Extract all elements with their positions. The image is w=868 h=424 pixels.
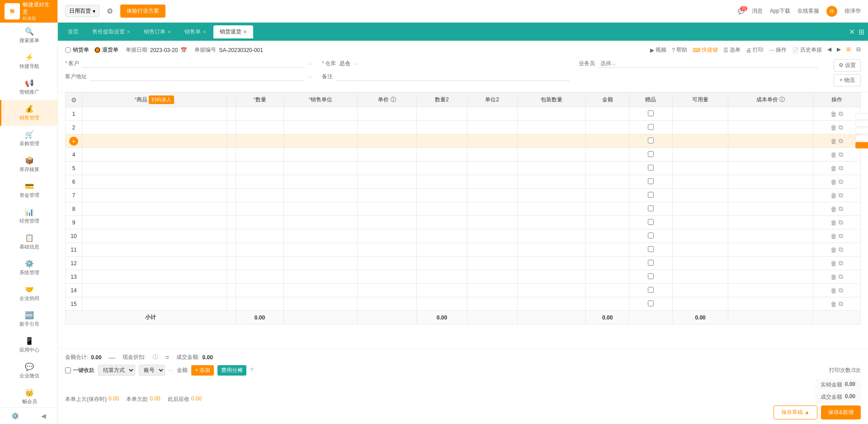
goods-cell[interactable] [82, 148, 227, 162]
goods-cell[interactable] [82, 284, 227, 297]
qty2-cell[interactable] [417, 175, 467, 189]
tab-close-all-icon[interactable]: ✕ [849, 28, 855, 36]
app-download-link[interactable]: App下载 [770, 7, 790, 15]
message-badge-wrap[interactable]: 💬 70 [738, 8, 745, 14]
copy-row-btn[interactable]: ⧉ [839, 273, 843, 281]
amount-cell[interactable] [586, 297, 629, 311]
pack-qty-cell[interactable] [517, 216, 586, 229]
available-cell[interactable] [672, 148, 728, 162]
unit2-cell[interactable] [467, 202, 517, 216]
sidebar-item-apps[interactable]: 📱 应用中心 [0, 332, 57, 358]
delete-row-btn[interactable]: 🗑 [830, 259, 837, 267]
copy-row-btn[interactable]: ⧉ [839, 110, 843, 118]
add-fee-btn[interactable]: + 添加 [191, 365, 214, 376]
sidebar-item-operation[interactable]: 📊 经营管理 [0, 203, 57, 229]
sidebar-item-quick[interactable]: ⚡ 快捷导航 [0, 48, 57, 74]
delete-row-btn[interactable]: 🗑 [830, 151, 837, 158]
price-cell[interactable] [357, 162, 416, 175]
sidebar-item-finance[interactable]: 💳 资金管理 [0, 177, 57, 203]
pack-qty-cell[interactable] [517, 107, 586, 121]
gift-cell[interactable] [629, 270, 673, 284]
qty-cell[interactable] [236, 229, 284, 243]
sidebar-item-marketing[interactable]: 📢 营销推广 [0, 74, 57, 100]
history-action[interactable]: 📄 历史单据 [792, 46, 822, 54]
cost-price-cell[interactable] [728, 175, 813, 189]
sidebar-item-system[interactable]: ⚙️ 系统管理 [0, 255, 57, 281]
copy-row-btn[interactable]: ⧉ [839, 205, 843, 213]
gift-cell[interactable] [629, 297, 673, 311]
logistics-btn[interactable]: + 物流 [834, 74, 861, 86]
type-return-option[interactable]: 退货单 [94, 46, 118, 54]
tab-sales-bill[interactable]: 销售单 ✕ [178, 25, 212, 38]
qty-cell[interactable] [236, 257, 284, 270]
price-cell[interactable] [357, 243, 416, 257]
sidebar-item-enterprise[interactable]: 🤝 企业协同 [0, 281, 57, 306]
gift-cell[interactable] [629, 284, 673, 297]
gift-checkbox[interactable] [648, 138, 654, 143]
available-cell[interactable] [672, 270, 728, 284]
nav-select[interactable]: 日用百货 ▾ [65, 5, 99, 17]
sidebar-settings-icon[interactable]: ⚙️ [11, 412, 19, 419]
grid-view-icon[interactable]: ⊟ [856, 46, 861, 54]
unit-cell[interactable] [284, 284, 358, 297]
qty2-cell[interactable] [417, 189, 467, 202]
available-cell[interactable] [672, 243, 728, 257]
note-input[interactable] [336, 72, 570, 81]
price-cell[interactable] [357, 107, 416, 121]
qty2-cell[interactable] [417, 229, 467, 243]
unit2-cell[interactable] [467, 243, 517, 257]
available-cell[interactable] [672, 189, 728, 202]
unit2-cell[interactable] [467, 216, 517, 229]
available-cell[interactable] [672, 162, 728, 175]
unit2-cell[interactable] [467, 134, 517, 148]
gift-cell[interactable] [629, 121, 673, 134]
sidebar-item-inventory[interactable]: 📦 库存核算 [0, 152, 57, 177]
available-cell[interactable] [672, 284, 728, 297]
unit-cell[interactable] [284, 243, 358, 257]
amount-cell[interactable] [586, 107, 629, 121]
price-cell[interactable] [357, 257, 416, 270]
goods-cell[interactable] [82, 162, 227, 175]
customer-dots[interactable]: ··· [308, 61, 313, 67]
gift-cell[interactable] [629, 257, 673, 270]
list-view-icon[interactable]: ⊞ [846, 46, 851, 54]
copy-row-btn[interactable]: ⧉ [839, 259, 843, 267]
tab-sales-order[interactable]: 销售订单 ✕ [137, 25, 177, 38]
amount-cell[interactable] [586, 284, 629, 297]
video-action[interactable]: ▶ 视频 [650, 46, 666, 54]
sidebar-item-guide[interactable]: 🆕 新手引导 [0, 306, 57, 332]
right-panel-note[interactable]: 笔记 [855, 113, 868, 119]
copy-row-btn[interactable]: ⧉ [839, 219, 843, 226]
save-draft-btn[interactable]: 保存草稿 ▲ [774, 405, 817, 419]
available-cell[interactable] [672, 216, 728, 229]
copy-row-btn[interactable]: ⧉ [839, 137, 843, 145]
copy-row-btn[interactable]: ⧉ [839, 246, 843, 253]
amount-cell[interactable] [586, 257, 629, 270]
gift-checkbox[interactable] [648, 165, 654, 171]
pack-qty-cell[interactable] [517, 148, 586, 162]
pack-qty-cell[interactable] [517, 297, 586, 311]
amount-cell[interactable] [586, 270, 629, 284]
qty2-cell[interactable] [417, 162, 467, 175]
type-sale-radio[interactable] [65, 47, 71, 53]
unit-cell[interactable] [284, 134, 358, 148]
gift-checkbox[interactable] [648, 300, 654, 306]
qty-cell[interactable] [236, 107, 284, 121]
pay-checkbox-label[interactable]: 一键收款 [65, 367, 94, 374]
help-action[interactable]: ? 帮助 [672, 46, 687, 54]
amount-cell[interactable] [586, 243, 629, 257]
operation-action[interactable]: ⋯ 操作 [769, 46, 787, 54]
gift-checkbox[interactable] [648, 260, 654, 266]
account-dots[interactable]: ··· [169, 367, 173, 373]
gift-checkbox[interactable] [648, 192, 654, 198]
delete-row-btn[interactable]: 🗑 [830, 124, 837, 131]
price-cell[interactable] [357, 121, 416, 134]
qty2-cell[interactable] [417, 270, 467, 284]
amount-cell[interactable] [586, 229, 629, 243]
price-cell[interactable] [357, 202, 416, 216]
type-sale-option[interactable]: 销货单 [65, 46, 89, 54]
next-record-icon[interactable]: ▶ [837, 46, 841, 54]
copy-row-btn[interactable]: ⧉ [839, 232, 843, 240]
copy-row-btn[interactable]: ⧉ [839, 164, 843, 172]
address-input[interactable] [90, 72, 305, 81]
